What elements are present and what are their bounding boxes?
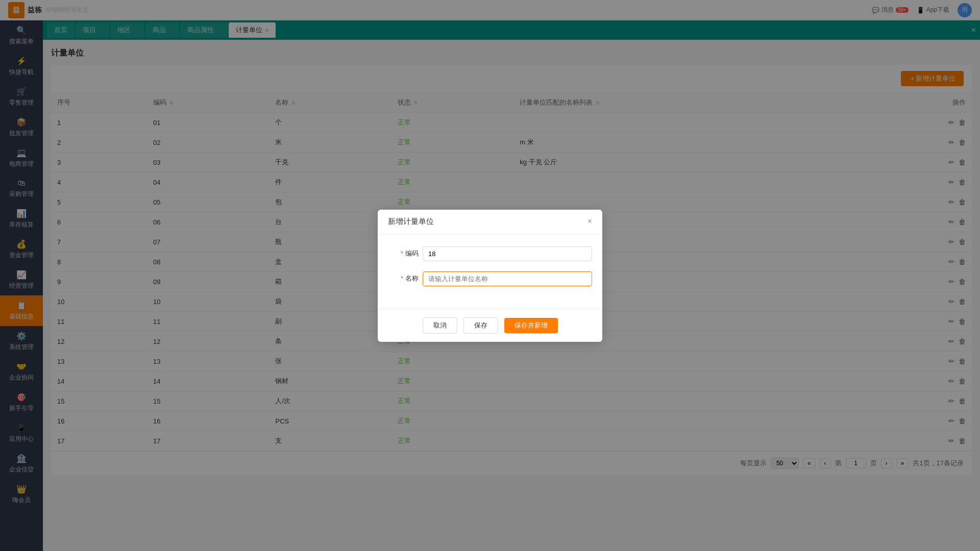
- modal-header: 新增计量单位 ×: [378, 210, 602, 234]
- modal-close-btn[interactable]: ×: [587, 217, 592, 226]
- form-row-code: *编码: [388, 246, 592, 261]
- save-new-button[interactable]: 保存并新增: [504, 318, 558, 333]
- cancel-button[interactable]: 取消: [423, 317, 457, 334]
- add-unit-modal: 新增计量单位 × *编码 *名称 取消 保存 保存并新增: [378, 210, 602, 342]
- modal-body: *编码 *名称: [378, 234, 602, 309]
- form-row-name: *名称: [388, 271, 592, 286]
- form-name-label: *名称: [388, 274, 419, 283]
- modal-title: 新增计量单位: [388, 217, 434, 227]
- name-input[interactable]: [423, 271, 592, 286]
- code-input[interactable]: [423, 246, 592, 261]
- save-button[interactable]: 保存: [463, 317, 498, 334]
- form-code-label: *编码: [388, 249, 419, 258]
- modal-overlay: 新增计量单位 × *编码 *名称 取消 保存 保存并新增: [0, 0, 980, 551]
- required-star-name: *: [401, 274, 403, 282]
- modal-footer: 取消 保存 保存并新增: [378, 309, 602, 342]
- required-star-code: *: [401, 249, 403, 257]
